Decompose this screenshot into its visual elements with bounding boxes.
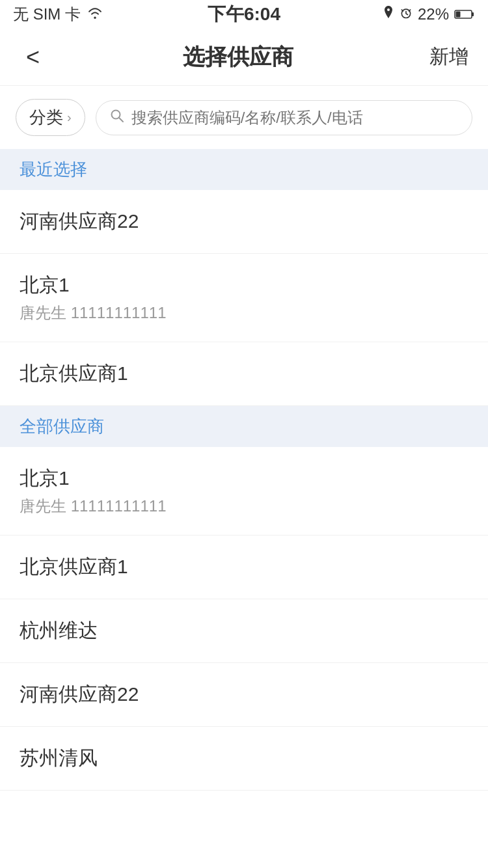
list-item[interactable]: 河南供应商22 [0,663,488,727]
category-button[interactable]: 分类 › [16,99,85,136]
alarm-icon [400,5,413,23]
location-icon [383,5,394,23]
item-sub: 唐先生 11111111111 [20,303,468,323]
search-icon [109,107,125,128]
all-list: 北京1唐先生 11111111111北京供应商1杭州维达河南供应商22苏州清风 [0,447,488,791]
all-section-header: 全部供应商 [0,406,488,447]
add-button[interactable]: 新增 [429,44,468,70]
search-input[interactable] [131,109,459,127]
chevron-right-icon: › [67,110,72,125]
list-item[interactable]: 北京供应商1 [0,342,488,406]
page-title: 选择供应商 [183,42,293,72]
list-item[interactable]: 苏州清风 [0,727,488,791]
list-item[interactable]: 杭州维达 [0,599,488,663]
list-item[interactable]: 河南供应商22 [0,190,488,254]
wifi-icon [86,5,104,23]
status-left: 无 SIM 卡 [13,4,104,25]
recent-list: 河南供应商22北京1唐先生 11111111111北京供应商1 [0,190,488,406]
item-name: 北京供应商1 [20,554,468,580]
item-name: 北京供应商1 [20,360,468,387]
item-name: 杭州维达 [20,617,468,644]
filter-row: 分类 › [0,86,488,149]
all-section-label: 全部供应商 [20,416,104,436]
status-right: 22% [383,5,475,23]
list-item[interactable]: 北京1唐先生 11111111111 [0,447,488,536]
battery-text: 22% [418,5,449,23]
list-item[interactable]: 北京1唐先生 11111111111 [0,254,488,342]
svg-line-5 [119,118,123,122]
item-name: 北京1 [20,272,468,299]
status-time: 下午6:04 [208,2,280,27]
item-name: 河南供应商22 [20,681,468,708]
back-button[interactable]: < [20,37,46,77]
item-name: 苏州清风 [20,745,468,772]
item-sub: 唐先生 11111111111 [20,496,468,517]
svg-rect-3 [472,12,474,16]
no-sim-text: 无 SIM 卡 [13,4,81,25]
category-label: 分类 [29,106,63,129]
item-name: 北京1 [20,465,468,492]
list-item[interactable]: 北京供应商1 [0,536,488,599]
battery-icon [454,5,475,23]
status-bar: 无 SIM 卡 下午6:04 22% [0,0,488,29]
svg-rect-2 [456,12,461,18]
item-name: 河南供应商22 [20,208,468,235]
search-box[interactable] [96,100,472,135]
recent-section-header: 最近选择 [0,149,488,190]
nav-bar: < 选择供应商 新增 [0,29,488,86]
recent-section-label: 最近选择 [20,159,87,179]
